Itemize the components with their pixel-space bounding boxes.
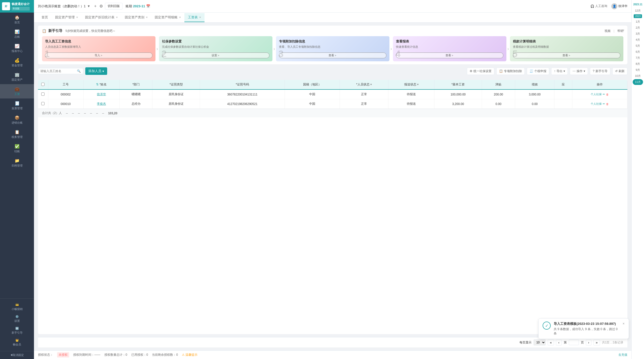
service-btn[interactable]: 🎧 人工咨询 — [590, 4, 607, 8]
row1-performance: 3,000.00 — [515, 89, 554, 99]
wizard-step-2-btn[interactable]: 设置＞ — [162, 53, 269, 58]
operation-btn[interactable]: ⋯ 操作 ▾ — [570, 68, 588, 75]
row1-id-type: 居民身份证 — [152, 89, 200, 99]
sidebar-item-fixed-assets[interactable]: 🏢 固定资产 — [0, 70, 34, 84]
row2-delete-btn[interactable]: 🗑 — [606, 102, 609, 106]
wizard-close-btn[interactable]: × — [622, 28, 624, 32]
row1-edit-btn[interactable]: ✏ — [603, 93, 605, 96]
calendar-month-10[interactable]: 10月 — [633, 73, 643, 79]
tab-fixed-assets[interactable]: 固定资产管理 × — [52, 13, 82, 22]
row2-name-link[interactable]: 李俊杰 — [97, 102, 106, 106]
sidebar-item-archive[interactable]: 📁 归档管理 — [0, 156, 34, 170]
cancel-fixed-btn[interactable]: ◀取消固定 — [0, 351, 34, 359]
tab-close-salary[interactable]: × — [199, 16, 201, 19]
tab-fixed-category[interactable]: 固定资产类别 × — [121, 13, 151, 22]
tab-close-depreciation[interactable]: × — [116, 16, 118, 19]
status-filter-icon[interactable]: ▾ — [370, 83, 372, 86]
social-insurance-btn[interactable]: ⚙ 统一社保设置 — [467, 68, 494, 75]
wizard-step-1-btn[interactable]: 导入＞ — [45, 53, 152, 58]
tab-close-fixed-detail[interactable]: × — [179, 16, 181, 19]
last-page-btn[interactable]: » — [593, 340, 600, 345]
warning-label: ⚠ 温馨提示 — [182, 353, 197, 357]
toast-desc: 共 9 条数据，成功导入 9 条，失败 0 条，跳过 0 条 — [554, 327, 620, 336]
sidebar-item-tax[interactable]: 📋 税务管理 — [0, 127, 34, 141]
settings-btn[interactable]: ⚙ — [99, 4, 103, 9]
sidebar-item-invoice[interactable]: 🧾 发票管理 — [0, 98, 34, 113]
calendar-month-6[interactable]: 6月 — [633, 49, 643, 55]
row1-employee-id: 000002 — [48, 89, 83, 99]
user-menu[interactable]: 👤 徐泽华 — [611, 3, 627, 9]
calendar-month-9[interactable]: 9月 — [633, 67, 643, 73]
row2-allowance: 0.00 — [482, 99, 515, 109]
calendar-month-5[interactable]: 5月 — [633, 43, 643, 49]
calendar-month-2[interactable]: 2月 — [633, 25, 643, 31]
step-arrow-1: › — [155, 36, 159, 61]
row2-social-btn[interactable]: 个人社保 — [591, 102, 602, 106]
add-tab-btn[interactable]: ＋ — [93, 4, 97, 9]
finance-icon: 💰 — [15, 58, 20, 63]
add-person-btn[interactable]: 添加人员 ▾ — [85, 67, 107, 75]
tax-btn[interactable]: 🧾 个税申报 — [527, 68, 549, 75]
calendar-icon[interactable]: 📅 — [146, 4, 150, 8]
sidebar-item-expense[interactable]: 💳 小畅报销 — [3, 301, 31, 313]
tab-salary[interactable]: 工资表 × — [184, 13, 205, 22]
calendar-month-1[interactable]: 1月 — [633, 19, 643, 25]
video-link[interactable]: 视频 — [605, 29, 611, 33]
page-input[interactable]: 1 — [569, 340, 579, 345]
calendar-month-8[interactable]: 8月 — [633, 61, 643, 67]
sidebar-item-salary[interactable]: 💼 工资 — [0, 84, 34, 98]
wizard-step-3: 专项附加扣除信息 查看、导入员工专项附加扣除信息 查看＞ 3 — [276, 36, 389, 61]
recharge-link[interactable]: 去充值 — [618, 353, 627, 357]
calendar-month-7[interactable]: 7月 — [633, 55, 643, 61]
report-filter-icon[interactable]: ▾ — [417, 83, 419, 86]
select-all-checkbox[interactable] — [41, 83, 45, 86]
calendar-month-4[interactable]: 4月 — [633, 37, 643, 43]
row1-delete-btn[interactable]: 🗑 — [606, 93, 609, 96]
toast-close-btn[interactable]: × — [623, 322, 625, 326]
deduction-btn[interactable]: 📋 专项附加扣除 — [496, 68, 525, 75]
search-input[interactable] — [40, 69, 75, 73]
sidebar-item-member[interactable]: 👑 畅会员 — [3, 337, 31, 348]
sidebar-item-guide[interactable]: 🆕 新手引导 — [3, 325, 31, 337]
row1-social-btn[interactable]: 个人社保 — [591, 92, 602, 96]
first-page-btn[interactable]: « — [548, 340, 554, 345]
th-checkbox — [38, 80, 48, 89]
export-btn[interactable]: ↑ 导出 ▾ — [551, 68, 568, 75]
sidebar-item-ledger[interactable]: 📊 总账 — [0, 27, 34, 41]
toast-success-icon: ✓ — [543, 322, 551, 330]
prev-page-btn[interactable]: ‹ — [556, 340, 561, 345]
account-selector[interactable]: 刘小艳演示账套（勿删勿动！）1 ▼ — [38, 4, 90, 9]
wizard-step-4-btn[interactable]: 查看＞ — [396, 53, 503, 58]
wizard-step-5-btn[interactable]: 查看＞ — [513, 53, 620, 58]
wizard-icon: 📋 — [42, 29, 46, 33]
wizard-step-3-btn[interactable]: 查看＞ — [279, 53, 386, 58]
row1-name-link[interactable]: 徐泽华 — [97, 92, 106, 96]
th-apply: 应 — [554, 80, 572, 89]
tab-home[interactable]: 首页 — [38, 13, 52, 22]
logo-text: 畅捷通好会计 专业版 — [12, 2, 30, 11]
sidebar-item-home[interactable]: 🏠 首页 — [0, 13, 34, 27]
page-size-select[interactable]: 10 20 50 — [534, 339, 546, 345]
sidebar-item-finance[interactable]: 💰 资金管理 — [0, 56, 34, 70]
th-performance: 绩效 — [515, 80, 554, 89]
tab-depreciation[interactable]: 固定资产折旧统计表 × — [82, 13, 121, 22]
tab-close-fixed-category[interactable]: × — [146, 16, 148, 19]
sidebar-item-close[interactable]: ✅ 结账 — [0, 141, 34, 156]
sidebar-item-inventory[interactable]: 📦 进销台账 — [0, 113, 34, 127]
tab-close-fixed-assets[interactable]: × — [76, 16, 78, 19]
sidebar-item-settings[interactable]: ⚙️ 设置 — [3, 313, 31, 325]
old-version-btn[interactable]: 切到旧版 — [105, 3, 123, 10]
calendar-month-12[interactable]: 12月 — [633, 8, 643, 14]
row1-nationality: 中国 — [285, 89, 340, 99]
tab-fixed-detail[interactable]: 固定资产明细账 × — [151, 13, 184, 22]
row2-checkbox — [38, 99, 48, 109]
next-page-btn[interactable]: › — [586, 340, 591, 345]
row2-edit-btn[interactable]: ✏ — [603, 102, 605, 106]
refresh-btn[interactable]: ↺ 刷新 — [612, 68, 627, 75]
account-dropdown-icon[interactable]: ▼ — [87, 4, 90, 8]
sidebar-item-reports[interactable]: 📈 报表中心 — [0, 41, 34, 56]
guide-btn[interactable]: ? 新手引导 — [590, 68, 610, 75]
th-name[interactable]: ⇅ *姓名 — [83, 80, 120, 89]
calendar-month-11[interactable]: 11月 — [633, 79, 643, 85]
calendar-month-3[interactable]: 3月 — [633, 31, 643, 37]
